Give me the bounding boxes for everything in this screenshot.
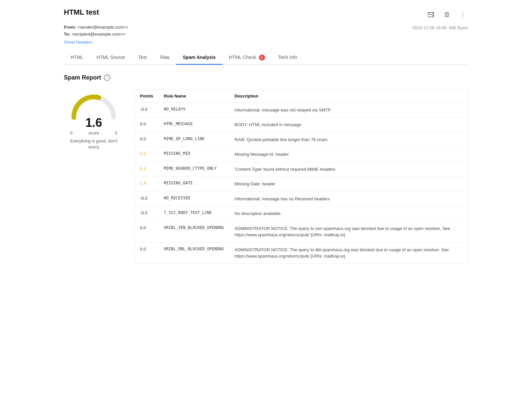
cell-points: 0.0: [135, 221, 159, 242]
delete-icon: [444, 11, 450, 18]
cell-description: ADMINISTRATOR NOTICE: The query to zen.s…: [229, 221, 468, 242]
content: 1.6 0 score 5 Everything is good, don't …: [64, 89, 468, 264]
table-row: 0.0MIME_QP_LONG_LINERAW: Quoted-printabl…: [135, 132, 468, 147]
help-icon[interactable]: ?: [104, 74, 110, 81]
spam-table-wrapper: Points Rule Name Description -0.0NO_RELA…: [134, 89, 468, 264]
cell-description: 'Content-Type' found without required MI…: [229, 162, 468, 177]
to-label: To:: [64, 32, 70, 37]
cell-rule: MISSING_MID: [159, 147, 229, 162]
gauge-score-value: 1.6: [70, 116, 117, 130]
cell-rule: MISSING_DATE: [159, 177, 229, 192]
cell-points: 0.0: [135, 242, 159, 264]
cell-rule: NO_RELAYS: [159, 102, 229, 117]
cell-points: -0.0: [135, 191, 159, 206]
tab-html-check[interactable]: HTML Check 1: [222, 51, 272, 65]
cell-points: 0.1: [135, 162, 159, 177]
tabs: HTML HTML Source Text Raw Spam Analysis …: [64, 51, 468, 65]
cell-rule: MIME_QP_LONG_LINE: [159, 132, 229, 147]
cell-description: No description available.: [229, 206, 468, 221]
cell-rule: HTML_MESSAGE: [159, 117, 229, 132]
cell-description: Missing Date: header: [229, 177, 468, 192]
table-row: -0.0NO_RELAYSInformational: message was …: [135, 102, 468, 117]
table-header-row: Points Rule Name Description: [135, 90, 468, 103]
col-points: Points: [135, 90, 159, 103]
delete-button[interactable]: [442, 9, 452, 20]
tab-tech-info[interactable]: Tech Info: [272, 51, 304, 65]
tab-raw[interactable]: Raw: [154, 51, 176, 65]
tab-html-source[interactable]: HTML Source: [90, 51, 132, 65]
more-button[interactable]: ⋮: [458, 9, 468, 20]
more-icon: ⋮: [460, 11, 466, 19]
gauge-max: 5: [115, 130, 117, 135]
gauge-labels: 0 score 5: [70, 130, 117, 135]
gauge-score-label: score: [88, 130, 99, 135]
cell-points: 0.0: [135, 117, 159, 132]
cell-description: BODY: HTML included in message: [229, 117, 468, 132]
date-size: 2023-12-06 16:06, 996 Bytes: [412, 25, 468, 30]
from-label: From:: [64, 25, 76, 30]
email-icon: [428, 11, 434, 18]
from-value: <sender@example.com>>: [77, 25, 128, 30]
spam-report-header: Spam Report ?: [64, 74, 468, 81]
tab-text[interactable]: Text: [132, 51, 154, 65]
cell-points: -0.0: [135, 206, 159, 221]
cell-rule: MIME_HEADER_CTYPE_ONLY: [159, 162, 229, 177]
show-headers-button[interactable]: Show Headers: [64, 40, 92, 45]
email-button[interactable]: [426, 9, 436, 20]
from-line: From: <sender@example.com>>: [64, 24, 128, 31]
cell-rule: T_SCC_BODY_TEXT_LINE: [159, 206, 229, 221]
html-check-badge: 1: [259, 55, 265, 61]
cell-points: 1.4: [135, 177, 159, 192]
page-title: HTML test: [64, 8, 99, 17]
table-row: 0.0URIBL_DBL_BLOCKED_OPENDNSADMINISTRATO…: [135, 242, 468, 264]
meta: From: <sender@example.com>> To: <recipie…: [64, 24, 468, 38]
cell-description: Informational: message has no Received h…: [229, 191, 468, 206]
to-value: <recipient@example.com>>: [71, 32, 125, 37]
cell-points: -0.0: [135, 102, 159, 117]
gauge-message: Everything is good, don't worry: [67, 138, 120, 150]
table-row: -0.0T_SCC_BODY_TEXT_LINENo description a…: [135, 206, 468, 221]
cell-description: Informational: message was not relayed v…: [229, 102, 468, 117]
meta-left: From: <sender@example.com>> To: <recipie…: [64, 24, 128, 38]
col-description: Description: [229, 90, 468, 103]
cell-points: 0.1: [135, 147, 159, 162]
table-row: 0.1MISSING_MIDMissing Message-Id: header: [135, 147, 468, 162]
tab-html[interactable]: HTML: [64, 51, 90, 65]
gauge-container: 1.6 0 score 5 Everything is good, don't …: [64, 89, 124, 150]
spam-report-title: Spam Report: [64, 74, 101, 81]
cell-points: 0.0: [135, 132, 159, 147]
spam-table: Points Rule Name Description -0.0NO_RELA…: [135, 90, 468, 264]
cell-description: ADMINISTRATOR NOTICE: The query to dbl.s…: [229, 242, 468, 264]
to-line: To: <recipient@example.com>>: [64, 31, 128, 38]
table-row: 0.0URIBL_ZEN_BLOCKED_OPENDNSADMINISTRATO…: [135, 221, 468, 242]
tab-spam-analysis[interactable]: Spam Analysis: [176, 51, 222, 65]
cell-rule: URIBL_DBL_BLOCKED_OPENDNS: [159, 242, 229, 264]
table-row: 0.1MIME_HEADER_CTYPE_ONLY'Content-Type' …: [135, 162, 468, 177]
gauge-min: 0: [70, 130, 72, 135]
table-row: -0.0NO_RECEIVEDInformational: message ha…: [135, 191, 468, 206]
cell-rule: NO_RECEIVED: [159, 191, 229, 206]
table-row: 0.0HTML_MESSAGEBODY: HTML included in me…: [135, 117, 468, 132]
table-row: 1.4MISSING_DATEMissing Date: header: [135, 177, 468, 192]
col-rule-name: Rule Name: [159, 90, 229, 103]
cell-rule: URIBL_ZEN_BLOCKED_OPENDNS: [159, 221, 229, 242]
header-actions: ⋮: [426, 9, 468, 20]
cell-description: RAW: Quoted-printable line longer than 7…: [229, 132, 468, 147]
cell-description: Missing Message-Id: header: [229, 147, 468, 162]
